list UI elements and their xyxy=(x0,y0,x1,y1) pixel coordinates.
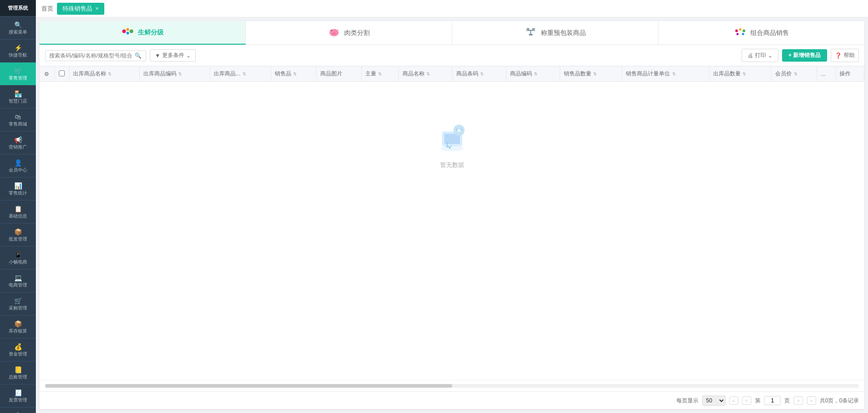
scrollbar-track xyxy=(45,384,859,388)
sidebar-item-label: 会员中心 xyxy=(9,167,27,173)
filter-button[interactable]: ▼ 更多条件 ⌄ xyxy=(150,49,196,62)
sidebar-item-member-center[interactable]: 👤 会员中心 xyxy=(0,155,36,178)
sidebar-item-label: 总账管理 xyxy=(9,374,27,380)
th-product-name[interactable]: 商品名称 ⇅ xyxy=(398,66,452,82)
th-image: 商品图片 xyxy=(316,66,361,82)
sidebar-item-label: 零售商城 xyxy=(9,121,27,127)
last-page-button[interactable]: » xyxy=(807,396,816,405)
cat-tab-label: 组合商品销售 xyxy=(750,29,789,37)
help-icon: ❓ xyxy=(835,52,842,59)
tab-label: 特殊销售品 xyxy=(62,5,92,13)
th-main-unit[interactable]: 主量 ⇅ xyxy=(361,66,398,82)
th-out-qty[interactable]: 出库品数量 ⇅ xyxy=(709,66,771,82)
topbar: 首页 特殊销售品 ✕ xyxy=(36,0,868,17)
search-input[interactable] xyxy=(49,52,132,59)
page-number-input[interactable] xyxy=(764,396,781,405)
th-settings: ⚙ xyxy=(40,66,54,82)
purchase-mgmt-icon: 🛒 xyxy=(14,297,22,304)
print-button[interactable]: 🖨 打印 ⌄ xyxy=(742,49,778,62)
svg-rect-14 xyxy=(532,28,535,30)
cat-tab-meat-cut[interactable]: 肉类分割 xyxy=(246,21,452,45)
cat-tab-weight-pack[interactable]: 称重预包装商品 xyxy=(452,21,658,45)
sidebar-item-label: 批发管理 xyxy=(9,236,27,242)
invoice-icon: 🧾 xyxy=(14,389,22,396)
tab-close-icon[interactable]: ✕ xyxy=(95,6,99,11)
th-member-price[interactable]: 会员价 ⇅ xyxy=(772,66,817,82)
sort-icon: ⇅ xyxy=(479,72,484,76)
sidebar-item-purchase-mgmt[interactable]: 🛒 采购管理 xyxy=(0,293,36,315)
search-product-icon: 🔍 xyxy=(14,21,22,29)
sidebar-item-quick-nav[interactable]: ⚡ 快捷导航 xyxy=(0,40,36,63)
th-more: ... xyxy=(817,66,836,82)
sidebar-item-tax[interactable]: 🏛 税务管理 xyxy=(0,407,36,413)
sidebar-item-retail-stats[interactable]: 📊 零售统计 xyxy=(0,178,36,201)
home-link[interactable]: 首页 xyxy=(41,5,53,13)
help-button[interactable]: ❓ 帮助 xyxy=(831,49,859,62)
per-page-label: 每页显示 xyxy=(676,397,698,405)
th-out-name[interactable]: 出库商品名称 ⇅ xyxy=(69,66,139,82)
sidebar-item-smart-store[interactable]: 🏪 智慧门店 xyxy=(0,86,36,109)
sidebar-item-finance[interactable]: 💰 资金管理 xyxy=(0,338,36,361)
combo-sales-icon xyxy=(734,27,747,39)
active-tab[interactable]: 特殊销售品 ✕ xyxy=(57,3,104,15)
sidebar-item-label: 零售统计 xyxy=(9,190,27,196)
sidebar-item-label: 库存核算 xyxy=(9,328,27,334)
cat-tab-fresh-grade[interactable]: 生鲜分级 xyxy=(40,21,246,45)
sidebar-item-search-product[interactable]: 🔍 搜索菜单 xyxy=(0,17,36,40)
prev-page-button[interactable]: < xyxy=(742,396,751,405)
svg-point-1 xyxy=(126,28,129,31)
th-sale-item[interactable]: 销售品 ⇅ xyxy=(271,66,316,82)
empty-state: 暂无数据 xyxy=(40,82,864,206)
cat-tab-combo-sales[interactable]: 组合商品销售 xyxy=(658,21,864,45)
select-all-checkbox[interactable] xyxy=(59,70,65,76)
data-table: ⚙出库商品名称 ⇅出库商品编码 ⇅出库商品... ⇅销售品 ⇅商品图片主量 ⇅商… xyxy=(40,66,864,82)
svg-point-19 xyxy=(742,33,744,35)
sidebar-item-wholesale-mgmt[interactable]: 📦 批发管理 xyxy=(0,224,36,247)
sidebar-item-ledger[interactable]: 📒 总账管理 xyxy=(0,361,36,384)
horizontal-scrollbar[interactable] xyxy=(40,380,864,391)
sort-icon: ⇅ xyxy=(793,72,798,76)
finance-icon: 💰 xyxy=(14,343,22,350)
svg-point-16 xyxy=(739,29,742,31)
sidebar: 管理系统 🔍 搜索菜单 ⚡ 快捷导航 🛒 零售管理 🏪 智慧门店 🛍 零售商城 … xyxy=(0,0,36,413)
settings-icon[interactable]: ⚙ xyxy=(44,71,49,77)
print-icon: 🖨 xyxy=(748,52,753,59)
sort-icon: ⇅ xyxy=(377,72,382,76)
chevron-down-icon: ⌄ xyxy=(186,52,191,59)
sidebar-item-retail-mall[interactable]: 🛍 零售商城 xyxy=(0,109,36,132)
sidebar-item-basic-info[interactable]: 📋 基础信息 xyxy=(0,201,36,224)
ecommerce-mgmt-icon: 💻 xyxy=(14,274,22,281)
th-out-spec[interactable]: 出库商品... ⇅ xyxy=(210,66,271,82)
search-icon[interactable]: 🔍 xyxy=(135,52,142,59)
sidebar-item-label: 零售管理 xyxy=(9,75,27,81)
inventory-icon: 📦 xyxy=(14,320,22,327)
th-sale-unit[interactable]: 销售商品计量单位 ⇅ xyxy=(622,66,709,82)
svg-rect-8 xyxy=(529,34,533,35)
first-page-button[interactable]: « xyxy=(729,396,738,405)
th-out-code[interactable]: 出库商品编码 ⇅ xyxy=(139,66,210,82)
sidebar-item-ecommerce-mgmt[interactable]: 💻 电商管理 xyxy=(0,270,36,293)
sort-icon: ⇅ xyxy=(533,72,538,76)
sidebar-item-retail-mgmt[interactable]: 🛒 零售管理 xyxy=(0,63,36,86)
per-page-select[interactable]: 102050100 xyxy=(702,396,726,406)
sort-icon: ⇅ xyxy=(592,72,597,76)
th-barcode[interactable]: 商品条码 ⇅ xyxy=(452,66,506,82)
sidebar-item-marketing[interactable]: 📢 营销推广 xyxy=(0,132,36,155)
meat-cut-icon xyxy=(328,27,340,39)
svg-point-3 xyxy=(126,32,129,34)
th-product-code[interactable]: 商品编码 ⇅ xyxy=(506,66,560,82)
sidebar-item-label: 营销推广 xyxy=(9,144,27,150)
sidebar-item-inventory[interactable]: 📦 库存核算 xyxy=(0,315,36,338)
sidebar-item-label: 资金管理 xyxy=(9,351,27,357)
sidebar-item-invoice[interactable]: 🧾 发票管理 xyxy=(0,384,36,407)
cat-tab-label: 生鲜分级 xyxy=(138,29,164,37)
sidebar-item-mini-ecommerce[interactable]: 📱 小畅电商 xyxy=(0,247,36,270)
add-product-button[interactable]: + 新增销售品 xyxy=(782,49,827,62)
next-page-button[interactable]: > xyxy=(794,396,803,405)
sort-icon: ⇅ xyxy=(742,72,747,76)
svg-point-24 xyxy=(457,128,461,132)
weight-pack-icon xyxy=(524,27,537,39)
sidebar-item-label: 发票管理 xyxy=(9,397,27,403)
th-sale-qty[interactable]: 销售品数量 ⇅ xyxy=(560,66,622,82)
search-box: 🔍 xyxy=(45,50,146,61)
